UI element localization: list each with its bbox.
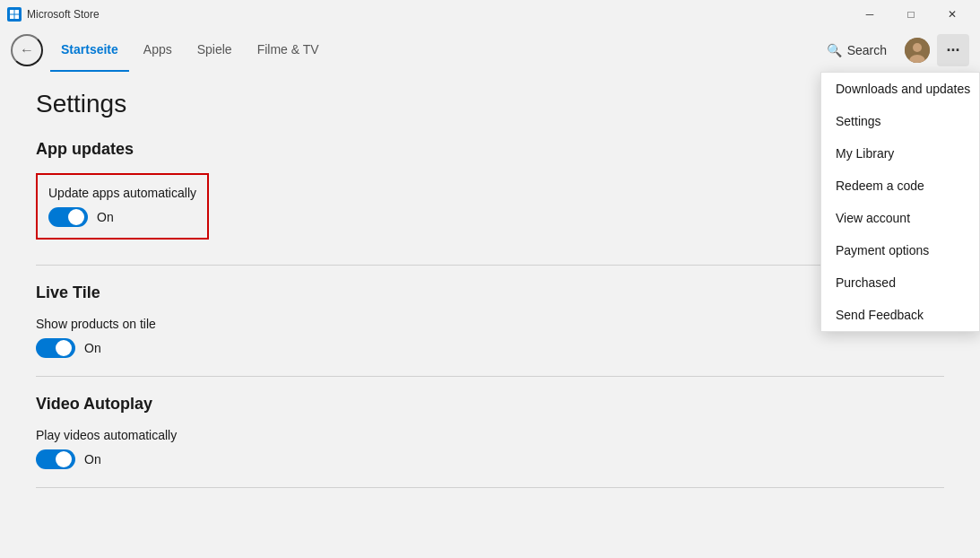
toggle-label-play-videos: On	[84, 452, 101, 466]
setting-label-show-products: Show products on tile	[36, 317, 944, 331]
highlight-box-update-auto: Update apps automatically On	[36, 173, 209, 240]
section-app-updates: App updates Update apps automatically On	[36, 140, 944, 247]
section-title-live-tile: Live Tile	[36, 283, 944, 302]
dropdown-item-settings[interactable]: Settings	[821, 105, 979, 137]
title-bar: Microsoft Store ─ □ ✕	[0, 0, 980, 29]
app-icon	[7, 7, 22, 22]
section-title-app-updates: App updates	[36, 140, 944, 159]
tab-startseite[interactable]: Startseite	[50, 29, 129, 72]
svg-rect-2	[10, 15, 14, 20]
setting-label-update-auto: Update apps automatically	[48, 186, 196, 200]
dropdown-item-my-library[interactable]: My Library	[821, 137, 979, 170]
dropdown-item-view-account[interactable]: View account	[821, 202, 979, 234]
window-title: Microsoft Store	[27, 8, 100, 21]
nav-bar: ← Startseite Apps Spiele Filme & TV 🔍 Se…	[0, 29, 980, 72]
svg-rect-3	[15, 15, 20, 20]
section-video-autoplay: Video Autoplay Play videos automatically…	[36, 395, 944, 469]
toggle-row-play-videos: On	[36, 449, 944, 469]
tab-spiele[interactable]: Spiele	[186, 29, 243, 72]
divider-1	[36, 265, 944, 266]
maximize-button[interactable]: □	[890, 0, 932, 29]
close-button[interactable]: ✕	[932, 0, 973, 29]
nav-tabs: Startseite Apps Spiele Filme & TV	[50, 29, 816, 72]
tab-filme-tv[interactable]: Filme & TV	[247, 29, 330, 72]
setting-item-play-videos: Play videos automatically On	[36, 428, 944, 469]
divider-3	[36, 487, 944, 488]
svg-point-5	[913, 43, 922, 52]
setting-label-play-videos: Play videos automatically	[36, 428, 944, 442]
toggle-label-show-products: On	[84, 341, 101, 355]
more-icon: ···	[946, 41, 959, 60]
toggle-row-show-products: On	[36, 338, 944, 358]
minimize-button[interactable]: ─	[849, 0, 890, 29]
avatar[interactable]	[905, 38, 930, 63]
dropdown-item-redeem-code[interactable]: Redeem a code	[821, 170, 979, 202]
title-bar-left: Microsoft Store	[7, 7, 100, 22]
search-icon: 🔍	[827, 43, 842, 57]
nav-right: 🔍 Search ···	[816, 34, 969, 66]
toggle-show-products[interactable]	[36, 338, 75, 358]
search-button[interactable]: 🔍 Search	[816, 38, 898, 63]
section-title-video-autoplay: Video Autoplay	[36, 395, 944, 414]
more-button[interactable]: ···	[937, 34, 969, 66]
dropdown-item-send-feedback[interactable]: Send Feedback	[821, 299, 979, 331]
toggle-row-update-auto: On	[48, 207, 196, 227]
title-bar-controls: ─ □ ✕	[849, 0, 973, 29]
setting-item-show-products: Show products on tile On	[36, 317, 944, 358]
section-live-tile: Live Tile Show products on tile On	[36, 283, 944, 358]
dropdown-item-downloads-updates[interactable]: Downloads and updates	[821, 73, 979, 105]
dropdown-item-purchased[interactable]: Purchased	[821, 266, 979, 299]
toggle-label-update-auto: On	[97, 210, 114, 224]
divider-2	[36, 376, 944, 377]
tab-apps[interactable]: Apps	[133, 29, 183, 72]
page-title: Settings	[36, 90, 944, 118]
svg-rect-0	[10, 10, 14, 14]
back-button[interactable]: ←	[11, 34, 43, 66]
toggle-play-videos[interactable]	[36, 449, 75, 469]
dropdown-menu: Downloads and updates Settings My Librar…	[820, 72, 980, 332]
dropdown-item-payment-options[interactable]: Payment options	[821, 234, 979, 266]
svg-rect-1	[15, 10, 20, 14]
toggle-update-auto[interactable]	[48, 207, 88, 227]
